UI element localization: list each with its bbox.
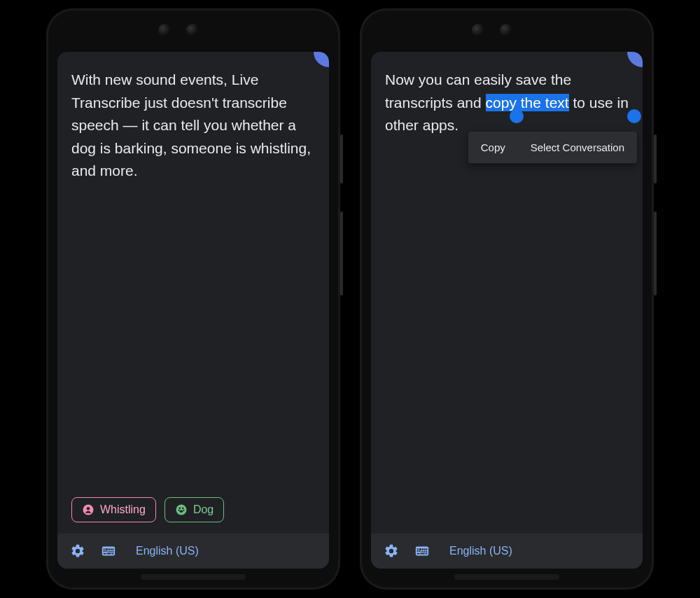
settings-icon[interactable] bbox=[70, 543, 85, 559]
keyboard-icon[interactable] bbox=[101, 543, 116, 559]
context-menu-select-conversation[interactable]: Select Conversation bbox=[518, 132, 637, 163]
keyboard-icon[interactable] bbox=[414, 543, 430, 559]
sound-chip-whistling[interactable]: Whistling bbox=[71, 497, 156, 522]
camera-lens-icon bbox=[186, 24, 199, 36]
screen-right: Now you can easily save the transcripts … bbox=[371, 52, 643, 569]
paw-icon bbox=[175, 503, 188, 516]
svg-point-4 bbox=[182, 507, 184, 509]
chip-label: Dog bbox=[193, 503, 214, 516]
transcript-area[interactable]: Now you can easily save the transcripts … bbox=[371, 52, 643, 534]
volume-button[interactable] bbox=[654, 211, 657, 295]
selection-handle-end[interactable] bbox=[627, 109, 641, 123]
svg-point-7 bbox=[180, 510, 183, 513]
home-bar bbox=[454, 574, 559, 580]
chip-label: Whistling bbox=[100, 503, 146, 516]
phone-left: With new sound events, Live Transcribe j… bbox=[46, 8, 340, 590]
power-button[interactable] bbox=[654, 134, 657, 183]
phone-right: Now you can easily save the transcripts … bbox=[360, 8, 654, 590]
settings-icon[interactable] bbox=[384, 543, 399, 559]
language-selector[interactable]: English (US) bbox=[136, 545, 199, 557]
power-button[interactable] bbox=[340, 134, 343, 183]
svg-point-3 bbox=[178, 507, 181, 509]
camera-lens-icon bbox=[472, 24, 484, 36]
screen-left: With new sound events, Live Transcribe j… bbox=[57, 52, 329, 569]
person-icon bbox=[82, 503, 94, 516]
sound-chip-dog[interactable]: Dog bbox=[164, 497, 224, 522]
svg-point-5 bbox=[178, 510, 179, 511]
svg-point-6 bbox=[183, 510, 184, 511]
transcript-text[interactable]: Now you can easily save the transcripts … bbox=[385, 69, 629, 137]
bottom-bar: English (US) bbox=[371, 534, 643, 569]
transcript-text[interactable]: With new sound events, Live Transcribe j… bbox=[71, 69, 315, 183]
volume-button[interactable] bbox=[340, 211, 343, 295]
context-menu-copy[interactable]: Copy bbox=[468, 132, 518, 163]
camera-lens-icon bbox=[158, 24, 171, 36]
text-context-menu: Copy Select Conversation bbox=[468, 132, 637, 163]
svg-point-2 bbox=[176, 505, 186, 515]
camera-lens-icon bbox=[500, 24, 512, 36]
transcript-area[interactable]: With new sound events, Live Transcribe j… bbox=[57, 52, 329, 534]
home-bar bbox=[141, 574, 246, 580]
bottom-bar: English (US) bbox=[57, 534, 329, 569]
selected-text[interactable]: copy the text bbox=[486, 94, 569, 111]
svg-point-1 bbox=[87, 507, 90, 510]
language-selector[interactable]: English (US) bbox=[449, 545, 512, 557]
sound-event-chips: Whistling Dog bbox=[71, 497, 224, 522]
selection-handle-start[interactable] bbox=[510, 109, 524, 123]
